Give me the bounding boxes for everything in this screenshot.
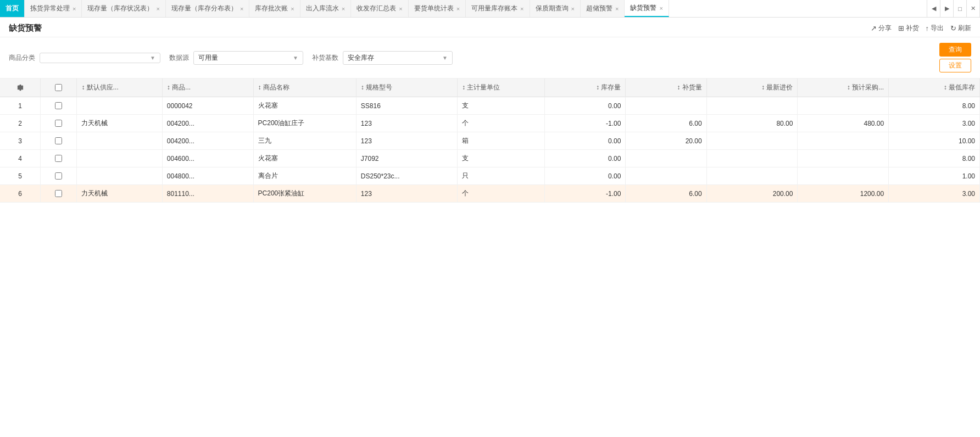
cell-supplier-5: 力天机械: [77, 185, 162, 203]
row-checkbox-2[interactable]: [55, 137, 62, 144]
cell-index-4: 5: [0, 167, 41, 185]
datasource-select-value: 可用量: [198, 53, 291, 63]
th-index: [0, 79, 41, 97]
cell-min-stock-1: 3.00: [889, 115, 980, 132]
cell-checkbox-1[interactable]: [41, 115, 77, 132]
gear-icon[interactable]: [16, 84, 24, 92]
tab-close-all[interactable]: ✕: [967, 0, 980, 18]
cell-spec-2: 123: [356, 132, 457, 150]
tab-home-label: 首页: [5, 4, 19, 13]
cell-spec-4: DS250*23c...: [356, 167, 457, 185]
row-checkbox-0[interactable]: [55, 102, 62, 109]
tab-exception-close[interactable]: ×: [73, 5, 76, 12]
th-goods-name[interactable]: ↕ 商品名称: [253, 79, 356, 97]
tab-stock-status-label: 现存量（库存状况表）: [87, 4, 153, 13]
tab-demand[interactable]: 要货单统计表 ×: [409, 0, 466, 17]
th-goods-code[interactable]: ↕ 商品...: [162, 79, 253, 97]
cell-checkbox-0[interactable]: [41, 97, 77, 115]
cell-stock-5: -1.00: [545, 185, 626, 203]
cell-checkbox-4[interactable]: [41, 167, 77, 185]
tab-avail-close[interactable]: ×: [520, 5, 524, 12]
tab-stock-status-close[interactable]: ×: [156, 5, 159, 12]
refresh-label: 刷新: [958, 24, 971, 33]
th-spec[interactable]: ↕ 规格型号: [356, 79, 457, 97]
tab-overstock[interactable]: 超储预警 ×: [581, 0, 625, 17]
th-latest-price[interactable]: ↕ 最新进价: [706, 79, 798, 97]
cell-spec-3: J7092: [356, 150, 457, 167]
cell-unit-3: 支: [457, 150, 544, 167]
tab-demand-close[interactable]: ×: [456, 5, 460, 12]
cell-goods-code-5: 801110...: [162, 185, 253, 203]
tab-inout-close[interactable]: ×: [342, 5, 345, 12]
datasource-filter-group: 数据源 可用量 ▼: [169, 51, 303, 65]
tab-expiry[interactable]: 保质期查询 ×: [530, 0, 581, 17]
th-min-stock[interactable]: ↕ 最低库存: [889, 79, 980, 97]
base-select-value: 安全库存: [348, 53, 440, 63]
refresh-button[interactable]: ↻ 刷新: [950, 24, 971, 33]
cell-supplier-1: 力天机械: [77, 115, 162, 132]
cell-goods-name-1: PC200油缸庄子: [253, 115, 356, 132]
th-replenish[interactable]: ↕ 补货量: [626, 79, 706, 97]
tab-exception[interactable]: 拣货异常处理 ×: [25, 0, 82, 17]
table-body: 1 0000042 火花塞 SS816 支 0.00 8.00 2: [0, 97, 980, 203]
tab-stock-status[interactable]: 现存量（库存状况表） ×: [82, 0, 165, 17]
share-button[interactable]: ↗ 分享: [871, 24, 892, 33]
th-stock[interactable]: ↕ 库存量: [545, 79, 626, 97]
export-button[interactable]: ↑ 导出: [926, 24, 944, 33]
tab-overstock-label: 超储预警: [586, 4, 612, 13]
cell-replenish-0: [626, 97, 706, 115]
tab-stock-dist-label: 现存量（库存分布表）: [171, 4, 237, 13]
cell-checkbox-3[interactable]: [41, 150, 77, 167]
cell-min-stock-0: 8.00: [889, 97, 980, 115]
tab-shortage-label: 缺货预警: [630, 3, 656, 13]
th-unit[interactable]: ↕ 主计量单位: [457, 79, 544, 97]
table-row: 6 力天机械 801110... PC200张紧油缸 123 个 -1.00 6…: [0, 185, 980, 203]
tab-inout[interactable]: 出入库流水 ×: [300, 0, 351, 17]
select-all-checkbox[interactable]: [55, 84, 62, 91]
query-button[interactable]: 查询: [939, 43, 971, 57]
base-select[interactable]: 安全库存 ▼: [343, 51, 453, 65]
row-checkbox-5[interactable]: [55, 190, 62, 197]
tab-overstock-close[interactable]: ×: [615, 5, 619, 12]
tab-stock-dist[interactable]: 现存量（库存分布表） ×: [166, 0, 249, 17]
cell-supplier-3: [77, 150, 162, 167]
tab-home[interactable]: 首页: [0, 0, 25, 17]
cell-checkbox-5[interactable]: [41, 185, 77, 203]
tab-shortage[interactable]: 缺货预警 ×: [625, 0, 669, 17]
tab-batch-close[interactable]: ×: [291, 5, 294, 12]
tab-expiry-close[interactable]: ×: [571, 5, 575, 12]
tab-batch[interactable]: 库存批次账 ×: [249, 0, 300, 17]
cell-supplier-4: [77, 167, 162, 185]
tab-scroll-left[interactable]: ◀: [927, 0, 940, 18]
tab-recv-close[interactable]: ×: [399, 5, 402, 12]
th-est-purchase-label: ↕ 预计采购...: [847, 83, 884, 91]
tab-scroll-right[interactable]: ▶: [940, 0, 954, 18]
tab-shortage-close[interactable]: ×: [659, 5, 662, 12]
cell-stock-2: 0.00: [545, 132, 626, 150]
row-checkbox-4[interactable]: [55, 172, 62, 180]
datasource-select-arrow: ▼: [293, 55, 298, 61]
th-checkbox[interactable]: [41, 79, 77, 97]
filter-actions: 查询 设置: [939, 43, 971, 72]
cell-index-0: 1: [0, 97, 41, 115]
cell-stock-0: 0.00: [545, 97, 626, 115]
cell-unit-5: 个: [457, 185, 544, 203]
replenish-button[interactable]: ⊞ 补货: [898, 24, 919, 33]
tab-restore[interactable]: □: [954, 0, 967, 18]
tab-stock-dist-close[interactable]: ×: [240, 5, 243, 12]
row-checkbox-3[interactable]: [55, 155, 62, 162]
row-checkbox-1[interactable]: [55, 120, 62, 127]
refresh-icon: ↻: [950, 24, 956, 32]
tab-avail[interactable]: 可用量库存账本 ×: [466, 0, 530, 17]
cell-stock-4: 0.00: [545, 167, 626, 185]
cell-index-1: 2: [0, 115, 41, 132]
th-est-purchase[interactable]: ↕ 预计采购...: [798, 79, 889, 97]
tab-recv[interactable]: 收发存汇总表 ×: [351, 0, 408, 17]
page-header: 缺货预警 ↗ 分享 ⊞ 补货 ↑ 导出 ↻ 刷新: [0, 18, 980, 37]
cell-checkbox-2[interactable]: [41, 132, 77, 150]
th-supplier[interactable]: ↕ 默认供应...: [77, 79, 162, 97]
settings-button[interactable]: 设置: [939, 59, 971, 72]
datasource-select[interactable]: 可用量 ▼: [193, 51, 303, 65]
tab-avail-label: 可用量库存账本: [471, 4, 517, 13]
category-select[interactable]: ▼: [40, 53, 160, 63]
